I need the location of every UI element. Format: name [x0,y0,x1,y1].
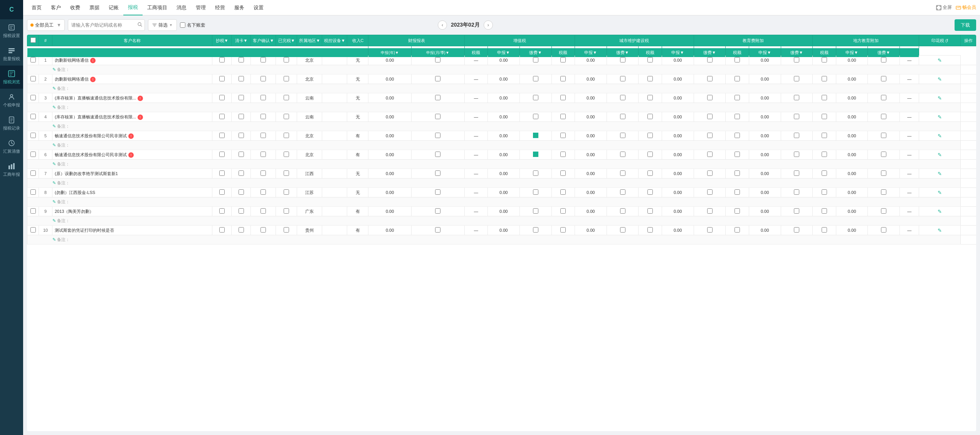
edit-icon[interactable]: ✎ [938,171,942,177]
note-edit-icon[interactable]: ✎ [52,67,56,72]
sidebar-item-tax-record[interactable]: 报税记录 [0,112,23,135]
note-edit-icon[interactable]: ✎ [52,124,56,128]
date-prev-button[interactable]: ‹ [438,20,447,30]
note-edit-icon[interactable]: ✎ [52,86,56,91]
table-row: 8(勿删）江西股金-LSS江苏无0.00—0.000.000.000.000.0… [27,188,976,197]
edit-icon[interactable]: ✎ [938,190,942,196]
edit-icon[interactable]: ✎ [938,114,942,120]
employee-select-label: 全部员工 [35,22,54,29]
th-stamp-tax: 印花税 (f [919,35,961,46]
nav-settings[interactable]: 设置 [249,0,268,15]
top-nav: 首页 客户 收费 票据 记账 报税 工商项目 消息 管理 经营 服务 设置 全屏 [23,0,980,15]
edit-icon[interactable]: ✎ [938,95,942,101]
date-next-button[interactable]: › [484,20,493,30]
svg-rect-10 [13,163,15,169]
th-stamp-amount: 税额 [813,48,836,57]
table-row: 6畅速通信息技术股份有限公司民非测试!北京有0.00—0.000.000.000… [27,150,976,160]
sidebar-item-settlement[interactable]: 汇算清缴 [0,135,23,158]
nav-operation[interactable]: 经营 [210,0,230,15]
sidebar-item-annual-report[interactable]: 工商年报 [0,158,23,181]
filter-button[interactable]: 筛选 ▼ [148,19,177,31]
sidebar-label-annual-report: 工商年报 [3,172,20,177]
sidebar-item-tax-browse[interactable]: 报税浏览 [0,66,23,89]
sidebar-label-tax-browse: 报税浏览 [3,79,20,85]
nav-right: 全屏 畅会员 [936,4,976,11]
select-all-checkbox[interactable] [30,37,36,43]
th-monthly-report: 申报(月/季)▼ [411,48,464,57]
tax-settings-icon [7,23,16,32]
th-paid: 已完税▼ [276,35,297,46]
table-container: # 客户名称 抄税▼ 清卡▼ 客户确认▼ 已完税▼ 所属地区▼ 税控设备▼ 收入… [27,35,976,431]
note-edit-icon[interactable]: ✎ [52,180,56,185]
th-city-declare: 申报▼ [575,48,607,57]
fullscreen-btn[interactable]: 全屏 [936,4,952,11]
th-empty-spacer [27,48,368,57]
filter-label: 筛选 [158,22,168,29]
edit-icon[interactable]: ✎ [938,57,942,63]
note-edit-icon[interactable]: ✎ [52,237,56,242]
note-edit-icon[interactable]: ✎ [52,143,56,147]
th-client-name: 客户名称 [52,35,212,46]
nav-manage[interactable]: 管理 [191,0,210,15]
sidebar-item-tax-settings[interactable]: 报税设置 [0,19,23,42]
th-op-spacer [900,48,919,57]
note-row: ✎ 备注： [27,122,976,131]
edit-icon[interactable]: ✎ [938,228,942,233]
nav-message[interactable]: 消息 [172,0,191,15]
note-edit-icon[interactable]: ✎ [52,105,56,110]
sidebar-item-batch-tax[interactable]: 批量报税 [0,42,23,66]
table-row: 5畅速通信息技术股份有限公司民非测试!北京有0.00—0.000.000.000… [27,131,976,141]
main-area: 首页 客户 收费 票据 记账 报税 工商项目 消息 管理 经营 服务 设置 全屏 [23,0,980,435]
th-select-all[interactable] [27,35,39,46]
annual-report-icon [7,162,16,170]
note-edit-icon[interactable]: ✎ [52,218,56,223]
th-edu-amount: 税额 [639,48,662,57]
th-vat-declare: 申报▼ [487,48,519,57]
note-row: ✎ 备注： [27,84,976,93]
nav-tax[interactable]: 报税 [123,0,143,15]
table-row: 2勿删新锐网络通信!北京无0.00—0.000.000.000.000.00—✎ [27,74,976,84]
checkbox-label-accounts[interactable]: 名下账套 [180,22,205,29]
sidebar-label-batch-tax: 批量报税 [3,56,20,62]
vip-btn[interactable]: 畅会员 [956,4,976,11]
nav-bookkeeping[interactable]: 记账 [104,0,123,15]
note-edit-icon[interactable]: ✎ [52,199,56,204]
th-financial-report: 财报报表 [368,35,464,46]
note-row: ✎ 备注： [27,141,976,150]
batch-tax-icon [7,46,16,55]
nav-client[interactable]: 客户 [46,0,66,15]
sidebar-label-settlement: 汇算清缴 [3,148,20,154]
download-button[interactable]: 下载 [955,19,976,31]
svg-point-5 [10,94,13,97]
nav-service[interactable]: 服务 [230,0,249,15]
table-row: 10测试斯套的凭证打印的时候是否贵州有0.00—0.000.000.000.00… [27,226,976,235]
th-local-edu-amount: 税额 [726,48,749,57]
th-operation: 操作 [961,35,976,46]
toolbar: 全部员工 ▼ 筛选 ▼ 名 [27,19,976,31]
sidebar-item-personal-tax[interactable]: 个税申报 [0,89,23,112]
th-city-amount: 税额 [551,48,575,57]
edit-icon[interactable]: ✎ [938,133,942,139]
table-row: 4(库存核算）直播畅速通信息技术股份有限...!云南无0.00—0.000.00… [27,112,976,122]
edit-icon[interactable]: ✎ [938,152,942,158]
svg-rect-3 [8,52,12,53]
edit-icon[interactable]: ✎ [938,76,942,82]
accounts-checkbox[interactable] [180,22,185,28]
date-display: 2023年02月 [451,22,480,29]
edit-icon[interactable]: ✎ [938,209,942,214]
nav-billing[interactable]: 收费 [66,0,85,15]
nav-commerce[interactable]: 工商项目 [143,0,172,15]
note-edit-icon[interactable]: ✎ [52,162,56,166]
nav-home[interactable]: 首页 [27,0,46,15]
note-row: ✎ 备注： [27,160,976,169]
date-nav: ‹ 2023年02月 › [438,20,493,30]
employee-select[interactable]: 全部员工 ▼ [27,19,65,31]
th-client-confirm: 客户确认▼ [251,35,276,46]
search-icon[interactable] [137,22,143,29]
table-row: 7(原）误删勿改李艳芋测试斯套新1江西无0.00—0.000.000.000.0… [27,169,976,179]
filter-dropdown-icon: ▼ [169,23,173,27]
search-input[interactable] [68,19,145,31]
svg-rect-11 [936,5,941,10]
nav-invoice[interactable]: 票据 [85,0,104,15]
note-row: ✎ 备注： [27,103,976,112]
